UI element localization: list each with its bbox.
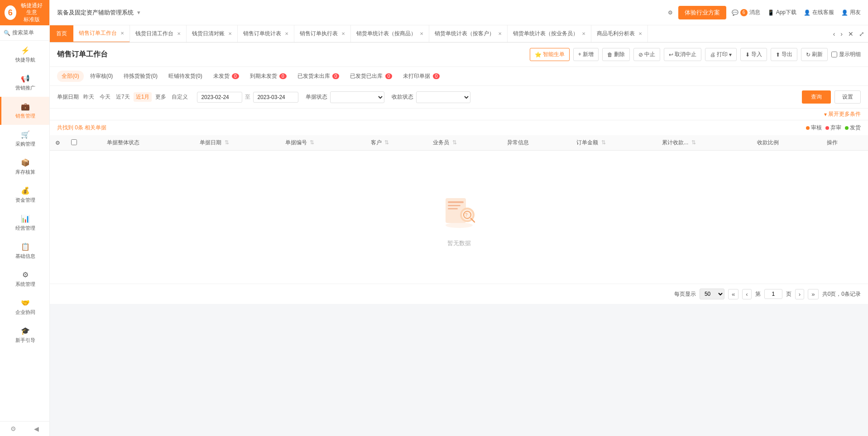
sidebar-item-operation[interactable]: 📊 经营管理: [0, 209, 49, 237]
tab-scroll-right[interactable]: ›: [839, 29, 844, 38]
filter-tab-shipped-not-out[interactable]: 已发货未出库 0: [293, 71, 344, 82]
tab-sales-customer-close[interactable]: ✕: [498, 31, 502, 36]
message-label: 消息: [749, 9, 760, 16]
col-amount-label: 订单金额: [576, 139, 598, 146]
try-industry-btn[interactable]: 体验行业方案: [678, 6, 726, 19]
delete-btn[interactable]: 🗑 删除: [602, 48, 630, 61]
expand-icon: ▾: [824, 111, 827, 118]
print-btn[interactable]: 🖨 打印 ▾: [705, 48, 737, 61]
th-staff[interactable]: 业务员 ⇅: [427, 135, 501, 151]
last7days-btn[interactable]: 近7天: [114, 92, 132, 102]
sidebar-item-enterprise[interactable]: 🤝 企业协同: [0, 293, 49, 321]
column-config-icon[interactable]: ⚙: [55, 140, 60, 146]
settings-bottom-btn[interactable]: ⚙: [10, 425, 16, 432]
sidebar-item-purchase-label: 采购管理: [15, 141, 35, 147]
tab-sales-product[interactable]: 销货单统计表（按商品） ✕: [351, 25, 429, 43]
sidebar-item-guide[interactable]: 🎓 新手引导: [0, 321, 49, 349]
tab-home[interactable]: 首页: [50, 25, 73, 43]
finance-icon: 💰: [21, 186, 30, 195]
tab-sales-staff[interactable]: 销货单统计表（按业务员） ✕: [508, 25, 591, 43]
ship-btn[interactable]: 发货: [845, 124, 861, 132]
show-detail-checkbox[interactable]: [831, 52, 837, 57]
tab-close-all[interactable]: ✕: [846, 29, 855, 38]
per-page-select[interactable]: 50 100 200: [700, 289, 724, 299]
sidebar-item-base-info[interactable]: 📋 基础信息: [0, 237, 49, 265]
tab-margin-analysis[interactable]: 商品毛利分析表 ✕: [591, 25, 648, 43]
tab-sales-order-workbench-close[interactable]: ✕: [120, 31, 124, 36]
tab-margin-close[interactable]: ✕: [638, 31, 642, 36]
cancel-suspend-label: 取消中止: [675, 51, 696, 58]
suspend-btn[interactable]: ⊘ 中止: [633, 48, 660, 61]
page-prev-btn[interactable]: ‹: [742, 289, 751, 299]
page-first-btn[interactable]: «: [728, 289, 739, 299]
page-number-input[interactable]: [764, 289, 782, 299]
refresh-btn[interactable]: ↻ 刷新: [801, 48, 828, 61]
page-next-btn[interactable]: ›: [795, 289, 804, 299]
sidebar-item-purchase[interactable]: 🛒 采购管理: [0, 125, 49, 153]
page-last-btn[interactable]: »: [808, 289, 818, 299]
import-btn[interactable]: ⬇ 导入: [740, 48, 767, 61]
cancel-approve-btn[interactable]: 弃审: [825, 124, 841, 132]
tab-sales-stats-close[interactable]: ✕: [285, 31, 288, 36]
message-btn[interactable]: 💬 6 消息: [732, 9, 760, 16]
ai-generate-btn[interactable]: ⭐ 智能生单: [530, 48, 570, 61]
filter-tab-pending-review[interactable]: 待审核(0): [86, 71, 118, 82]
tab-sales-exec-close[interactable]: ✕: [341, 31, 345, 36]
select-all-checkbox[interactable]: [71, 139, 77, 145]
tab-cash-daily[interactable]: 钱货日清工作台 ✕: [130, 25, 187, 43]
settings-icon[interactable]: ⚙: [668, 9, 673, 16]
tab-sales-customer[interactable]: 销货单统计表（按客户） ✕: [429, 25, 508, 43]
sidebar-item-marketing[interactable]: 📢 营销推广: [0, 69, 49, 97]
show-detail-label[interactable]: 显示明细: [831, 51, 861, 58]
th-date[interactable]: 单据日期 ⇅: [194, 135, 280, 151]
more-date-btn[interactable]: 更多: [153, 92, 168, 102]
add-btn[interactable]: + 新增: [573, 48, 599, 61]
th-number[interactable]: 单据编号 ⇅: [280, 135, 365, 151]
tab-maximize[interactable]: ⤢: [857, 29, 866, 38]
tab-sales-exec[interactable]: 销售订单执行表 ✕: [294, 25, 351, 43]
tab-scroll-left[interactable]: ‹: [831, 29, 837, 38]
date-to-input[interactable]: [253, 92, 298, 103]
query-btn[interactable]: 查询: [802, 90, 831, 104]
today-btn[interactable]: 今天: [98, 92, 112, 102]
last1month-btn[interactable]: 近1月: [134, 92, 152, 102]
expand-conditions-btn[interactable]: ▾ 展开更多条件: [824, 110, 861, 118]
sidebar-item-finance[interactable]: 💰 资金管理: [0, 181, 49, 209]
th-collected[interactable]: 累计收款... ⇅: [657, 135, 752, 151]
sidebar-item-sales[interactable]: 💼 销售管理: [0, 97, 49, 125]
sidebar-item-system[interactable]: ⚙ 系统管理: [0, 265, 49, 293]
filter-tab-all[interactable]: 全部(0): [57, 71, 84, 82]
filter-tab-wangpu[interactable]: 旺铺待发货(0): [164, 71, 207, 82]
settings-btn[interactable]: 设置: [834, 90, 861, 104]
tab-sales-stats[interactable]: 销售订单统计表 ✕: [238, 25, 294, 43]
filter-tab-pending-inspect[interactable]: 待拣货验货(0): [119, 71, 162, 82]
tab-sales-staff-close[interactable]: ✕: [582, 31, 585, 36]
filter-tab-not-printed[interactable]: 未打印单据 0: [398, 71, 444, 82]
date-from-input[interactable]: [197, 92, 242, 103]
user-menu-btn[interactable]: 👤 用友: [841, 9, 861, 16]
online-service-btn[interactable]: 👤 在线客服: [804, 9, 834, 16]
tab-reconcile[interactable]: 钱货日清对账 ✕: [187, 25, 238, 43]
filter-tab-not-shipped[interactable]: 未发货 0: [209, 71, 244, 82]
th-amount[interactable]: 订单金额 ⇅: [571, 135, 657, 151]
tab-cash-daily-close[interactable]: ✕: [177, 31, 181, 36]
app-download-btn[interactable]: 📱 App下载: [767, 9, 796, 16]
filter-tab-overdue[interactable]: 到期未发货 0: [245, 71, 291, 82]
payment-select[interactable]: [416, 91, 470, 103]
system-dropdown-icon[interactable]: ▾: [137, 9, 140, 16]
cancel-suspend-btn[interactable]: ↩ 取消中止: [664, 48, 701, 61]
tab-sales-product-close[interactable]: ✕: [420, 31, 423, 36]
sidebar-search[interactable]: 🔍 搜索菜单: [0, 25, 49, 41]
sidebar-item-inventory[interactable]: 📦 库存核算: [0, 153, 49, 181]
filter-tab-shipped-out[interactable]: 已发货已出库 0: [345, 71, 397, 82]
approve-btn[interactable]: 审核: [806, 124, 822, 132]
th-customer[interactable]: 客户 ⇅: [365, 135, 428, 151]
sidebar-item-quick-nav[interactable]: ⚡ 快捷导航: [0, 41, 49, 69]
collapse-sidebar-btn[interactable]: ◀: [34, 425, 39, 432]
yesterday-btn[interactable]: 昨天: [82, 92, 96, 102]
custom-date-btn[interactable]: 自定义: [170, 92, 190, 102]
export-btn[interactable]: ⬆ 导出: [771, 48, 797, 61]
status-select[interactable]: [330, 91, 384, 103]
tab-sales-order-workbench[interactable]: 销售订单工作台 ✕: [73, 25, 130, 43]
tab-reconcile-close[interactable]: ✕: [228, 31, 232, 36]
